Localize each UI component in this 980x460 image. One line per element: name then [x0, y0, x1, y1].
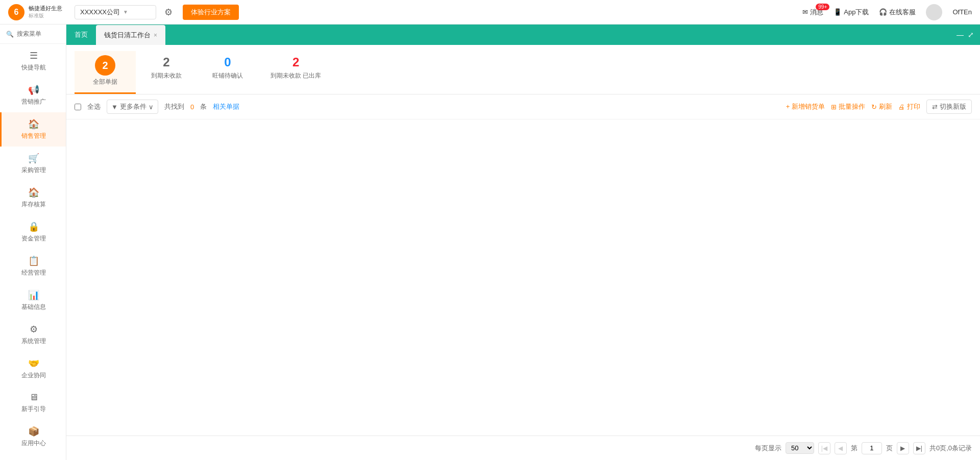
- inventory-label: 库存核算: [21, 200, 46, 209]
- stat-tab-undelivered[interactable]: 2 到期未收款 已出库: [258, 51, 333, 94]
- try-industry-button[interactable]: 体验行业方案: [183, 5, 239, 20]
- sidebar-item-basic-info[interactable]: 📊 基础信息: [0, 283, 66, 318]
- sidebar-item-operations[interactable]: 📋 经营管理: [0, 249, 66, 283]
- switch-icon: ⇄: [932, 103, 938, 111]
- company-name: XXXXXX公司: [80, 8, 120, 17]
- select-all-checkbox[interactable]: [75, 104, 81, 110]
- logo-title: 畅捷通好生意: [29, 5, 62, 12]
- per-page-select[interactable]: 50 100 200: [786, 442, 814, 454]
- switch-version-button[interactable]: ⇄ 切换新版: [926, 100, 972, 114]
- tab-bar: 首页 钱货日清工作台 × — ⤢: [66, 25, 980, 45]
- user-name[interactable]: OfTEn: [952, 8, 972, 16]
- refresh-button[interactable]: ↻ 刷新: [871, 102, 892, 111]
- top-right-area: ✉ 消息 99+ 📱 App下载 🎧 在线客服 OfTEn: [802, 4, 972, 20]
- company-dropdown-arrow: ▼: [123, 9, 128, 15]
- tab-workbench[interactable]: 钱货日清工作台 ×: [96, 25, 165, 45]
- page-number-input[interactable]: [862, 442, 882, 454]
- stat-overdue-label: 到期未收款: [151, 71, 182, 80]
- print-label: 打印: [907, 102, 920, 111]
- app-download-label: App下载: [844, 8, 869, 17]
- sidebar: 🔍 搜索菜单 ☰ 快捷导航 📢 营销推广 🏠 销售管理 🛒 采购管理 🏠 库存核…: [0, 25, 66, 460]
- system-label: 系统管理: [21, 337, 46, 346]
- stat-tab-pending[interactable]: 0 旺铺待确认: [197, 51, 258, 94]
- sidebar-item-marketing[interactable]: 📢 营销推广: [0, 78, 66, 112]
- search-menu-item[interactable]: 🔍 搜索菜单: [0, 25, 66, 44]
- stat-overdue-count: 2: [163, 55, 169, 69]
- marketing-icon: 📢: [28, 84, 39, 95]
- logo-area: 6 畅捷通好生意 标准版: [8, 4, 75, 20]
- found-unit: 条: [200, 102, 207, 111]
- message-button[interactable]: ✉ 消息 99+: [802, 8, 823, 17]
- pagination-bar: 每页显示 50 100 200 |◀ ◀ 第 页 ▶ ▶| 共0页,0条记录: [66, 435, 980, 460]
- action-bar: 全选 ▼ 更多条件 ∨ 共找到 0 条 相关单据 + 新增销货单 ⊞ 批量操作: [66, 94, 980, 119]
- more-filters-button[interactable]: ▼ 更多条件 ∨: [107, 100, 158, 114]
- top-bar: 6 畅捷通好生意 标准版 XXXXXX公司 ▼ ⚙ 体验行业方案 ✉ 消息 99…: [0, 0, 980, 25]
- sidebar-item-finance[interactable]: 🔒 资金管理: [0, 215, 66, 249]
- batch-label: 批量操作: [839, 102, 865, 111]
- next-page-button[interactable]: ▶: [897, 442, 909, 454]
- guide-label: 新手引导: [21, 405, 46, 414]
- stat-undelivered-count: 2: [292, 55, 299, 69]
- tab-workbench-close[interactable]: ×: [154, 32, 157, 39]
- more-filters-label: 更多条件: [120, 102, 146, 111]
- purchase-label: 采购管理: [21, 166, 46, 175]
- found-count: 0: [190, 103, 194, 111]
- tab-maximize-btn[interactable]: ⤢: [968, 31, 974, 39]
- related-link[interactable]: 相关单据: [213, 102, 239, 111]
- system-icon: ⚙: [30, 324, 38, 335]
- prev-page-button[interactable]: ◀: [835, 442, 847, 454]
- main-layout: 🔍 搜索菜单 ☰ 快捷导航 📢 营销推广 🏠 销售管理 🛒 采购管理 🏠 库存核…: [0, 25, 980, 460]
- guide-icon: 🖥: [29, 392, 38, 403]
- batch-operations-button[interactable]: ⊞ 批量操作: [831, 102, 865, 111]
- stat-tab-all[interactable]: 2 全部单据: [75, 51, 136, 94]
- first-page-button[interactable]: |◀: [818, 442, 830, 454]
- found-prefix: 共找到: [164, 102, 184, 111]
- stat-tab-overdue[interactable]: 2 到期未收款: [136, 51, 197, 94]
- app-download-button[interactable]: 📱 App下载: [834, 8, 869, 17]
- stat-pending-count: 0: [224, 55, 231, 69]
- search-menu-label: 搜索菜单: [17, 30, 41, 38]
- stat-all-count: 2: [95, 55, 115, 76]
- page-unit: 页: [886, 444, 893, 453]
- sidebar-item-purchase[interactable]: 🛒 采购管理: [0, 147, 66, 181]
- headset-icon: 🎧: [879, 8, 887, 16]
- tab-minimize-btn[interactable]: —: [957, 31, 964, 39]
- purchase-icon: 🛒: [28, 153, 39, 164]
- last-page-button[interactable]: ▶|: [913, 442, 925, 454]
- page-content: 2 全部单据 2 到期未收款 0 旺铺待确认 2 到期未收款 已出库: [66, 45, 980, 460]
- tab-home[interactable]: 首页: [66, 25, 96, 45]
- online-service-button[interactable]: 🎧 在线客服: [879, 8, 916, 17]
- per-page-label: 每页显示: [755, 444, 781, 453]
- sidebar-item-guide[interactable]: 🖥 新手引导: [0, 386, 66, 420]
- finance-label: 资金管理: [21, 234, 46, 243]
- select-all-label: 全选: [87, 102, 101, 111]
- inventory-icon: 🏠: [28, 187, 39, 198]
- basic-info-icon: 📊: [28, 289, 39, 301]
- stat-undelivered-label: 到期未收款 已出库: [271, 71, 321, 80]
- tab-controls: — ⤢: [957, 31, 980, 39]
- avatar[interactable]: [926, 4, 942, 20]
- sidebar-item-app-center[interactable]: 📦 应用中心: [0, 420, 66, 454]
- sidebar-item-quick-nav[interactable]: ☰ 快捷导航: [0, 44, 66, 78]
- company-selector[interactable]: XXXXXX公司 ▼: [75, 5, 156, 19]
- online-service-label: 在线客服: [889, 8, 916, 17]
- stats-bar: 2 全部单据 2 到期未收款 0 旺铺待确认 2 到期未收款 已出库: [66, 45, 980, 94]
- sidebar-item-inventory[interactable]: 🏠 库存核算: [0, 181, 66, 215]
- settings-icon[interactable]: ⚙: [160, 4, 177, 20]
- logo-subtitle: 标准版: [29, 12, 62, 19]
- filter-arrow-icon: ∨: [149, 103, 154, 111]
- app-center-icon: 📦: [28, 426, 39, 437]
- print-button[interactable]: 🖨 打印: [898, 102, 920, 111]
- sales-label: 销售管理: [21, 132, 46, 140]
- sidebar-item-sales[interactable]: 🏠 销售管理: [0, 112, 66, 147]
- switch-label: 切换新版: [940, 102, 966, 111]
- logo-text-block: 畅捷通好生意 标准版: [29, 5, 62, 19]
- sidebar-item-cooperation[interactable]: 🤝 企业协同: [0, 352, 66, 386]
- sidebar-item-wechat[interactable]: 💬 企业微信: [0, 454, 66, 460]
- stat-all-label: 全部单据: [93, 78, 117, 86]
- sidebar-item-system[interactable]: ⚙ 系统管理: [0, 318, 66, 352]
- operations-label: 经营管理: [21, 269, 46, 277]
- action-bar-right: + 新增销货单 ⊞ 批量操作 ↻ 刷新 🖨 打印 ⇄: [786, 100, 972, 114]
- add-sales-order-button[interactable]: + 新增销货单: [786, 102, 825, 111]
- content-area: 首页 钱货日清工作台 × — ⤢ 2 全部单据 2 到期: [66, 25, 980, 460]
